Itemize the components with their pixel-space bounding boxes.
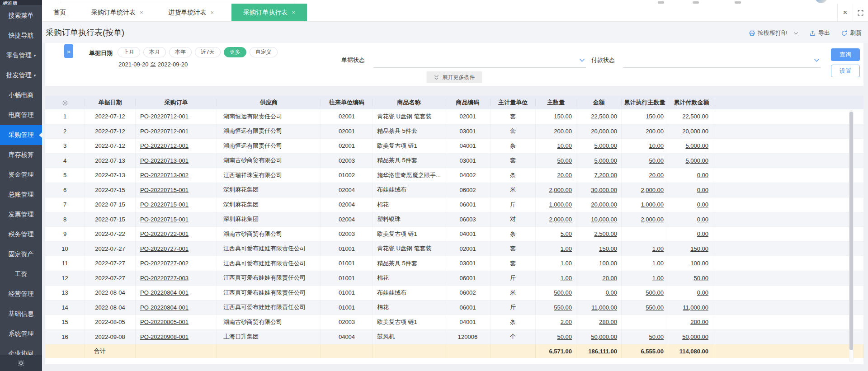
amount-link[interactable]: 20.00 bbox=[602, 275, 617, 282]
sidebar-item[interactable]: 电商管理 ▾ bbox=[0, 105, 42, 125]
table-row[interactable]: 12 2022-07-27 PO-20220727-003 江西真可爱布娃娃有限… bbox=[45, 271, 863, 286]
header-paid-amount[interactable]: 累计付款金额 bbox=[668, 99, 715, 106]
date-pill[interactable]: 更多 bbox=[224, 47, 246, 57]
table-row[interactable]: 13 2022-08-04 PO-20220804-001 江西真可爱布娃娃有限… bbox=[45, 286, 863, 301]
exec-qty-link[interactable]: 1.00 bbox=[652, 260, 664, 267]
exec-qty-link[interactable]: 2,000.00 bbox=[641, 216, 664, 223]
paid-link[interactable]: 22,500.00 bbox=[682, 113, 708, 120]
sidebar-item[interactable]: 经营管理 ▾ bbox=[0, 284, 42, 304]
avatar[interactable] bbox=[815, 0, 827, 3]
amount-link[interactable]: 100.00 bbox=[599, 260, 617, 267]
exec-qty-link[interactable]: 1,000.00 bbox=[641, 201, 664, 208]
tab[interactable]: 采购订单执行表 × bbox=[231, 4, 307, 21]
table-row[interactable]: 15 2022-08-05 PO-20220805-001 湖南古砂商贸有限公司… bbox=[45, 315, 863, 330]
table-row[interactable]: 11 2022-07-27 PO-20220727-002 江西真可爱布娃娃有限… bbox=[45, 256, 863, 271]
tab-close-icon[interactable]: × bbox=[211, 9, 214, 15]
qty-link[interactable]: 150.00 bbox=[554, 113, 572, 120]
paid-link[interactable]: 280.00 bbox=[690, 319, 708, 325]
collapse-filter-button[interactable]: » bbox=[64, 44, 73, 58]
po-link[interactable]: PO-20220722-001 bbox=[140, 230, 189, 237]
table-row[interactable]: 3 2022-07-12 PO-20220712-001 湖南恒远有限责任公司 … bbox=[45, 139, 863, 154]
sidebar-item[interactable]: 搜索菜单 ▾ bbox=[0, 6, 42, 26]
qty-link[interactable]: 2,000.00 bbox=[549, 187, 572, 193]
paid-link[interactable]: 0.00 bbox=[697, 201, 708, 208]
po-link[interactable]: PO-20220727-001 bbox=[140, 245, 189, 252]
qty-link[interactable]: 1.00 bbox=[561, 260, 572, 267]
tab[interactable]: 采购订单统计表 × bbox=[84, 4, 151, 21]
po-link[interactable]: PO-20220713-002 bbox=[140, 172, 189, 178]
qty-link[interactable]: 20.00 bbox=[557, 172, 572, 178]
sidebar-item[interactable]: 总账管理 ▾ bbox=[0, 185, 42, 205]
sidebar-item[interactable]: 零售管理 ▾ bbox=[0, 46, 42, 66]
amount-link[interactable]: 5,000.00 bbox=[594, 157, 617, 164]
tab-close-icon[interactable]: × bbox=[292, 9, 295, 15]
exec-qty-link[interactable]: 500.00 bbox=[646, 289, 664, 296]
scrollbar-thumb[interactable] bbox=[849, 112, 853, 350]
amount-link[interactable]: 22,500.00 bbox=[591, 113, 617, 120]
tab[interactable]: 进货单统计表 × bbox=[161, 4, 222, 21]
exec-qty-link[interactable]: 1.00 bbox=[652, 245, 664, 252]
sidebar-item[interactable]: 采购管理 ▾ bbox=[0, 125, 42, 145]
table-row[interactable]: 8 2022-07-15 PO-20220715-001 深圳麻花集团 0200… bbox=[45, 212, 863, 227]
qty-link[interactable]: 5.00 bbox=[561, 230, 572, 237]
po-link[interactable]: PO-20220715-001 bbox=[140, 216, 189, 223]
column-settings-button[interactable] bbox=[45, 99, 85, 106]
exec-qty-link[interactable]: 150.00 bbox=[646, 113, 664, 120]
header-doc-date[interactable]: 单据日期 bbox=[85, 99, 136, 106]
po-link[interactable]: PO-20220804-001 bbox=[140, 289, 189, 296]
sidebar-item[interactable]: 系统管理 ▾ bbox=[0, 324, 42, 344]
qty-link[interactable]: 500.00 bbox=[554, 289, 572, 296]
tab[interactable]: 首页 × bbox=[46, 4, 74, 21]
po-link[interactable]: PO-20220727-003 bbox=[140, 275, 189, 282]
paid-link[interactable]: 5,000.00 bbox=[685, 157, 708, 164]
paid-link[interactable]: 150.00 bbox=[690, 245, 708, 252]
paid-link[interactable]: 0.00 bbox=[697, 289, 708, 296]
sidebar-item[interactable]: 资金管理 ▾ bbox=[0, 165, 42, 185]
qty-link[interactable]: 2.00 bbox=[561, 319, 572, 325]
amount-link[interactable]: 30,000.00 bbox=[591, 187, 617, 193]
paid-link[interactable]: 11,000.00 bbox=[683, 304, 708, 311]
sidebar-item[interactable]: 固定资产 ▾ bbox=[0, 244, 42, 264]
doc-status-dropdown[interactable] bbox=[373, 56, 586, 68]
amount-link[interactable]: 20,000.00 bbox=[591, 201, 617, 208]
sidebar-item[interactable]: 发票管理 ▾ bbox=[0, 205, 42, 225]
amount-link[interactable]: 0.00 bbox=[606, 289, 617, 296]
table-row[interactable]: 6 2022-07-15 PO-20220715-001 深圳麻花集团 0200… bbox=[45, 183, 863, 198]
date-pill[interactable]: 上月 bbox=[118, 47, 140, 57]
qty-link[interactable]: 1.00 bbox=[561, 275, 572, 282]
date-pill[interactable]: 近7天 bbox=[195, 47, 221, 57]
table-row[interactable]: 1 2022-07-12 PO-20220712-001 湖南恒远有限责任公司 … bbox=[45, 109, 863, 124]
amount-link[interactable]: 20,000.00 bbox=[591, 128, 617, 135]
amount-link[interactable]: 280.00 bbox=[599, 319, 617, 325]
qty-link[interactable]: 10.00 bbox=[557, 142, 572, 149]
qty-link[interactable]: 550.00 bbox=[554, 304, 572, 311]
po-link[interactable]: PO-20220712-001 bbox=[140, 113, 189, 120]
date-range-value[interactable]: 2021-09-20 至 2022-09-20 bbox=[118, 61, 188, 69]
tab-close-icon[interactable]: × bbox=[140, 9, 143, 15]
print-by-template-button[interactable]: 按模板打印 bbox=[749, 29, 798, 37]
fullscreen-button[interactable] bbox=[853, 4, 868, 22]
qty-link[interactable]: 1.00 bbox=[561, 245, 572, 252]
vertical-scrollbar[interactable] bbox=[849, 110, 854, 362]
header-product-name[interactable]: 商品名称 bbox=[373, 99, 445, 106]
amount-link[interactable]: 50,000.00 bbox=[591, 333, 617, 340]
exec-qty-link[interactable]: 2,000.00 bbox=[641, 187, 664, 193]
table-row[interactable]: 16 2022-09-08 PO-20220908-001 上海日升集团 040… bbox=[45, 330, 863, 345]
po-link[interactable]: PO-20220805-001 bbox=[140, 319, 189, 325]
exec-qty-link[interactable]: 10.00 bbox=[649, 142, 664, 149]
header-supplier-code[interactable]: 往来单位编码 bbox=[321, 99, 373, 106]
chevron-down-icon[interactable] bbox=[793, 32, 798, 35]
qty-link[interactable]: 200.00 bbox=[554, 128, 572, 135]
paid-link[interactable]: 20,000.00 bbox=[682, 128, 708, 135]
qty-link[interactable]: 50.00 bbox=[557, 333, 572, 340]
po-link[interactable]: PO-20220715-001 bbox=[140, 201, 189, 208]
amount-link[interactable]: 10,000.00 bbox=[591, 216, 617, 223]
settings-button[interactable]: 设置 bbox=[831, 65, 860, 77]
po-link[interactable]: PO-20220908-001 bbox=[140, 333, 189, 340]
paid-link[interactable]: 0.00 bbox=[697, 230, 708, 237]
amount-link[interactable]: 11,000.00 bbox=[591, 304, 617, 311]
paid-link[interactable]: 0.00 bbox=[697, 187, 708, 193]
close-all-tabs-button[interactable]: × bbox=[837, 4, 853, 22]
header-exec-qty[interactable]: 累计执行主数量 bbox=[622, 99, 668, 106]
amount-link[interactable]: 5,000.00 bbox=[594, 142, 617, 149]
